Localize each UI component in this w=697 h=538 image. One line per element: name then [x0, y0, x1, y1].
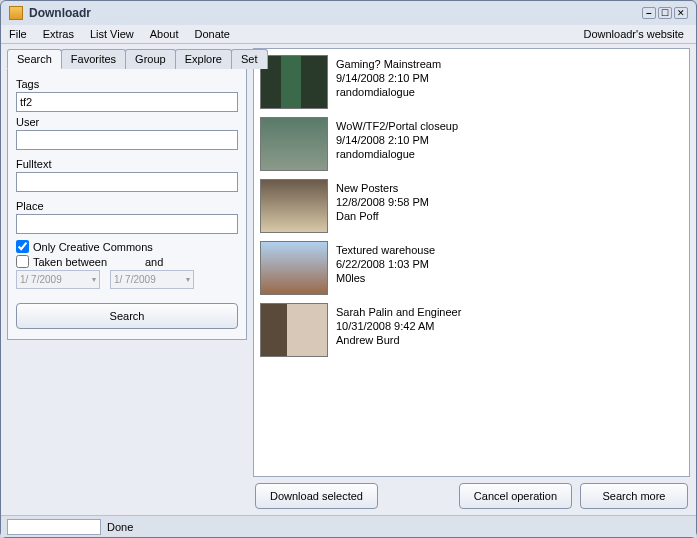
- menu-listview[interactable]: List View: [90, 28, 134, 40]
- result-date: 6/22/2008 1:03 PM: [336, 257, 435, 271]
- thumbnail: [260, 303, 328, 357]
- only-cc-row: Only Creative Commons: [16, 240, 238, 253]
- result-title: WoW/TF2/Portal closeup: [336, 119, 458, 133]
- date-row: 1/ 7/2009 ▾ 1/ 7/2009 ▾: [16, 270, 238, 289]
- user-input[interactable]: [16, 130, 238, 150]
- menu-spacer: [246, 28, 583, 40]
- user-label: User: [16, 116, 238, 128]
- date-from-value: 1/ 7/2009: [20, 274, 62, 285]
- date-to-picker[interactable]: 1/ 7/2009 ▾: [110, 270, 194, 289]
- titlebar: Downloadr ‒ ☐ ✕: [1, 1, 696, 25]
- maximize-button[interactable]: ☐: [658, 7, 672, 19]
- list-item[interactable]: Sarah Palin and Engineer 10/31/2008 9:42…: [256, 299, 687, 361]
- result-title: New Posters: [336, 181, 429, 195]
- date-from-picker[interactable]: 1/ 7/2009 ▾: [16, 270, 100, 289]
- app-window: Downloadr ‒ ☐ ✕ File Extras List View Ab…: [0, 0, 697, 538]
- results-list[interactable]: Gaming? Mainstream 9/14/2008 2:10 PM ran…: [253, 48, 690, 477]
- only-cc-checkbox[interactable]: [16, 240, 29, 253]
- place-label: Place: [16, 200, 238, 212]
- chevron-down-icon: ▾: [186, 275, 190, 284]
- taken-between-label: Taken between: [33, 256, 107, 268]
- tab-explore[interactable]: Explore: [175, 49, 232, 69]
- window-controls: ‒ ☐ ✕: [642, 7, 688, 19]
- download-selected-button[interactable]: Download selected: [255, 483, 378, 509]
- action-bar: Download selected Cancel operation Searc…: [253, 477, 690, 511]
- result-user: Dan Poff: [336, 209, 429, 223]
- taken-between-row: Taken between and: [16, 255, 238, 268]
- thumbnail: [260, 179, 328, 233]
- place-input[interactable]: [16, 214, 238, 234]
- fulltext-label: Fulltext: [16, 158, 238, 170]
- menu-extras[interactable]: Extras: [43, 28, 74, 40]
- fulltext-input[interactable]: [16, 172, 238, 192]
- menu-file[interactable]: File: [9, 28, 27, 40]
- result-date: 12/8/2008 9:58 PM: [336, 195, 429, 209]
- spacer: [386, 483, 451, 509]
- result-date: 9/14/2008 2:10 PM: [336, 133, 458, 147]
- menu-donate[interactable]: Donate: [195, 28, 230, 40]
- thumbnail: [260, 117, 328, 171]
- tab-strip: Search Favorites Group Explore Set: [7, 49, 247, 69]
- app-icon: [9, 6, 23, 20]
- search-form: Tags User Fulltext Place Only Creative C…: [7, 68, 247, 340]
- tab-set[interactable]: Set: [231, 49, 268, 69]
- list-item[interactable]: New Posters 12/8/2008 9:58 PM Dan Poff: [256, 175, 687, 237]
- list-item[interactable]: Gaming? Mainstream 9/14/2008 2:10 PM ran…: [256, 51, 687, 113]
- content-area: Search Favorites Group Explore Set Tags …: [1, 44, 696, 515]
- search-more-button[interactable]: Search more: [580, 483, 688, 509]
- result-text: Sarah Palin and Engineer 10/31/2008 9:42…: [336, 303, 461, 347]
- result-title: Textured warehouse: [336, 243, 435, 257]
- status-text: Done: [107, 521, 133, 533]
- list-item[interactable]: WoW/TF2/Portal closeup 9/14/2008 2:10 PM…: [256, 113, 687, 175]
- result-user: Andrew Burd: [336, 333, 461, 347]
- result-text: New Posters 12/8/2008 9:58 PM Dan Poff: [336, 179, 429, 223]
- tags-input[interactable]: [16, 92, 238, 112]
- date-to-value: 1/ 7/2009: [114, 274, 156, 285]
- result-title: Gaming? Mainstream: [336, 57, 441, 71]
- website-link[interactable]: Downloadr's website: [583, 28, 684, 40]
- tags-label: Tags: [16, 78, 238, 90]
- result-user: randomdialogue: [336, 85, 441, 99]
- tab-favorites[interactable]: Favorites: [61, 49, 126, 69]
- search-button[interactable]: Search: [16, 303, 238, 329]
- tab-group[interactable]: Group: [125, 49, 176, 69]
- thumbnail: [260, 55, 328, 109]
- statusbar: Done: [1, 515, 696, 537]
- left-panel: Search Favorites Group Explore Set Tags …: [1, 44, 253, 515]
- and-label: and: [145, 256, 163, 268]
- thumbnail: [260, 241, 328, 295]
- result-user: M0les: [336, 271, 435, 285]
- menubar: File Extras List View About Donate Downl…: [1, 25, 696, 44]
- menu-about[interactable]: About: [150, 28, 179, 40]
- result-text: Textured warehouse 6/22/2008 1:03 PM M0l…: [336, 241, 435, 285]
- result-date: 10/31/2008 9:42 AM: [336, 319, 461, 333]
- window-title: Downloadr: [29, 6, 91, 20]
- list-item[interactable]: Textured warehouse 6/22/2008 1:03 PM M0l…: [256, 237, 687, 299]
- close-button[interactable]: ✕: [674, 7, 688, 19]
- minimize-button[interactable]: ‒: [642, 7, 656, 19]
- status-field: [7, 519, 101, 535]
- result-date: 9/14/2008 2:10 PM: [336, 71, 441, 85]
- taken-between-checkbox[interactable]: [16, 255, 29, 268]
- result-user: randomdialogue: [336, 147, 458, 161]
- chevron-down-icon: ▾: [92, 275, 96, 284]
- result-text: Gaming? Mainstream 9/14/2008 2:10 PM ran…: [336, 55, 441, 99]
- only-cc-label: Only Creative Commons: [33, 241, 153, 253]
- result-text: WoW/TF2/Portal closeup 9/14/2008 2:10 PM…: [336, 117, 458, 161]
- right-panel: Gaming? Mainstream 9/14/2008 2:10 PM ran…: [253, 44, 696, 515]
- tab-search[interactable]: Search: [7, 49, 62, 69]
- result-title: Sarah Palin and Engineer: [336, 305, 461, 319]
- cancel-operation-button[interactable]: Cancel operation: [459, 483, 572, 509]
